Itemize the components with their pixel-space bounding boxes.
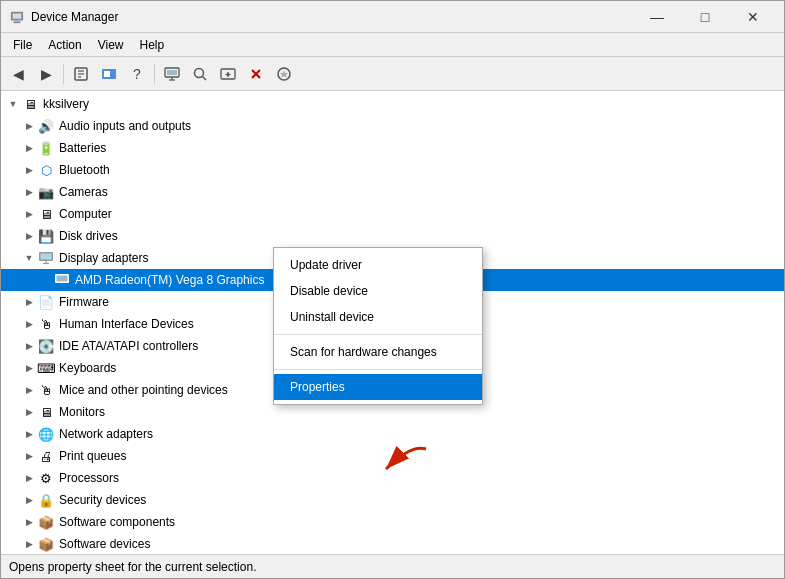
item-label: Cameras — [59, 185, 108, 199]
window-controls: — □ ✕ — [634, 3, 776, 31]
item-label: Mice and other pointing devices — [59, 383, 228, 397]
item-label: Processors — [59, 471, 119, 485]
properties-button[interactable] — [68, 61, 94, 87]
list-item[interactable]: ▶ 🔒 Security devices — [1, 489, 784, 511]
svg-line-14 — [203, 76, 207, 80]
bluetooth-icon: ⬡ — [37, 161, 55, 179]
expand-icon: ▶ — [21, 426, 37, 442]
svg-point-13 — [195, 68, 204, 77]
ctx-properties[interactable]: Properties — [274, 374, 482, 400]
expand-icon: ▶ — [21, 360, 37, 376]
item-icon: 🖱 — [37, 315, 55, 333]
list-item[interactable]: ▶ 🔋 Batteries — [1, 137, 784, 159]
list-item[interactable]: ▶ 💾 Disk drives — [1, 225, 784, 247]
expand-icon: ▶ — [21, 118, 37, 134]
item-label: Print queues — [59, 449, 126, 463]
close-button[interactable]: ✕ — [730, 3, 776, 31]
amd-label: AMD Radeon(TM) Vega 8 Graphics — [75, 273, 264, 287]
expand-icon — [37, 272, 53, 288]
list-item[interactable]: ▶ 📦 Software devices — [1, 533, 784, 554]
update-driver-button[interactable] — [96, 61, 122, 87]
ctx-scan-hardware[interactable]: Scan for hardware changes — [274, 339, 482, 365]
item-label: IDE ATA/ATAPI controllers — [59, 339, 198, 353]
add-device-button[interactable] — [215, 61, 241, 87]
window-icon — [9, 9, 25, 25]
scan-button[interactable] — [271, 61, 297, 87]
toolbar-separator-2 — [154, 64, 155, 84]
search-button[interactable] — [187, 61, 213, 87]
ctx-divider-1 — [274, 334, 482, 335]
expand-icon: ▶ — [21, 470, 37, 486]
toolbar-separator-1 — [63, 64, 64, 84]
item-label: Software devices — [59, 537, 150, 551]
minimize-button[interactable]: — — [634, 3, 680, 31]
list-item[interactable]: ▶ 🔊 Audio inputs and outputs — [1, 115, 784, 137]
title-bar: Device Manager — □ ✕ — [1, 1, 784, 33]
item-icon: 📷 — [37, 183, 55, 201]
context-menu: Update driver Disable device Uninstall d… — [273, 247, 483, 405]
item-icon: 🔋 — [37, 139, 55, 157]
status-text: Opens property sheet for the current sel… — [9, 560, 256, 574]
menu-file[interactable]: File — [5, 36, 40, 54]
svg-rect-8 — [104, 71, 110, 77]
uninstall-button[interactable] — [243, 61, 269, 87]
window-title: Device Manager — [31, 10, 634, 24]
item-icon: 🖥 — [37, 403, 55, 421]
maximize-button[interactable]: □ — [682, 3, 728, 31]
root-label: kksilvery — [43, 97, 89, 111]
ctx-disable-device[interactable]: Disable device — [274, 278, 482, 304]
ctx-update-driver[interactable]: Update driver — [274, 252, 482, 278]
item-icon — [37, 249, 55, 267]
menu-help[interactable]: Help — [132, 36, 173, 54]
expand-icon: ▶ — [21, 294, 37, 310]
list-item[interactable]: ▶ ⬡ Bluetooth — [1, 159, 784, 181]
list-item[interactable]: ▶ 🌐 Network adapters — [1, 423, 784, 445]
list-item[interactable]: ▶ 📷 Cameras — [1, 181, 784, 203]
expand-icon: ▶ — [21, 382, 37, 398]
menu-action[interactable]: Action — [40, 36, 89, 54]
menu-view[interactable]: View — [90, 36, 132, 54]
item-icon: 🖨 — [37, 447, 55, 465]
root-icon: 🖥 — [21, 95, 39, 113]
root-node[interactable]: ▼ 🖥 kksilvery — [1, 93, 784, 115]
expand-icon: ▶ — [21, 404, 37, 420]
back-button[interactable]: ◀ — [5, 61, 31, 87]
svg-rect-2 — [13, 13, 22, 18]
expand-icon: ▶ — [21, 162, 37, 178]
item-label: Human Interface Devices — [59, 317, 194, 331]
status-bar: Opens property sheet for the current sel… — [1, 554, 784, 578]
expand-icon: ▶ — [21, 228, 37, 244]
forward-button[interactable]: ▶ — [33, 61, 59, 87]
expand-icon: ▶ — [21, 140, 37, 156]
ctx-divider-2 — [274, 369, 482, 370]
item-icon — [53, 271, 71, 289]
item-icon: 📄 — [37, 293, 55, 311]
item-icon: 📦 — [37, 513, 55, 531]
svg-rect-22 — [41, 254, 52, 260]
item-icon: 🔒 — [37, 491, 55, 509]
main-area: ▼ 🖥 kksilvery ▶ 🔊 Audio inputs and outpu… — [1, 91, 784, 554]
item-label: Software components — [59, 515, 175, 529]
item-icon: ⚙ — [37, 469, 55, 487]
expand-icon: ▶ — [21, 184, 37, 200]
ctx-uninstall-device[interactable]: Uninstall device — [274, 304, 482, 330]
item-icon: 📦 — [37, 535, 55, 553]
list-item[interactable]: ▶ ⚙ Processors — [1, 467, 784, 489]
item-label: Display adapters — [59, 251, 148, 265]
svg-rect-10 — [167, 70, 177, 75]
item-icon: ⌨ — [37, 359, 55, 377]
item-icon: 🖱 — [37, 381, 55, 399]
expand-icon: ▶ — [21, 536, 37, 552]
help-button[interactable]: ? — [124, 61, 150, 87]
item-label: Computer — [59, 207, 112, 221]
list-item[interactable]: ▶ 🖥 Computer — [1, 203, 784, 225]
list-item[interactable]: ▶ 📦 Software components — [1, 511, 784, 533]
item-icon: 💽 — [37, 337, 55, 355]
item-icon: 🖥 — [37, 205, 55, 223]
computer-button[interactable] — [159, 61, 185, 87]
list-item[interactable]: ▶ 🖨 Print queues — [1, 445, 784, 467]
item-label: Batteries — [59, 141, 106, 155]
item-label: Bluetooth — [59, 163, 110, 177]
expand-icon: ▶ — [21, 492, 37, 508]
toolbar: ◀ ▶ ? — [1, 57, 784, 91]
